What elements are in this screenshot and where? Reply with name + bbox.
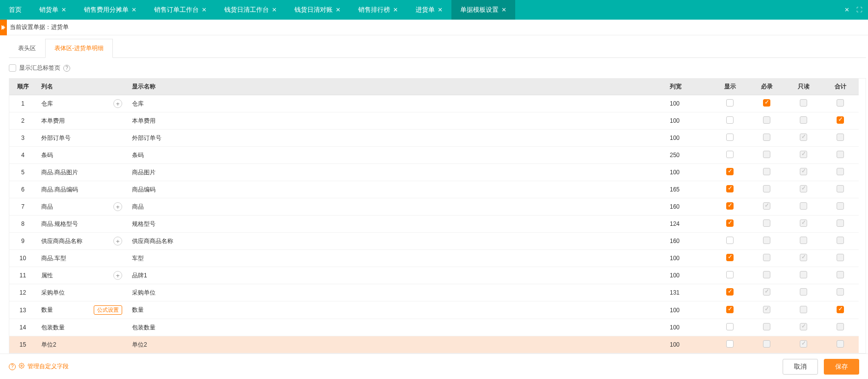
show-checkbox[interactable]	[726, 254, 734, 261]
cell-display-name[interactable]: 规格型号	[127, 216, 665, 233]
plus-icon[interactable]: +	[113, 202, 122, 211]
required-checkbox[interactable]	[763, 99, 770, 107]
show-checkbox[interactable]	[726, 185, 734, 192]
cancel-button[interactable]: 取消	[783, 359, 818, 375]
cell-display-name[interactable]: 数量	[127, 301, 665, 319]
cell-width[interactable]: 100	[665, 164, 711, 181]
top-tab[interactable]: 单据模板设置✕	[451, 0, 515, 20]
show-checkbox[interactable]	[726, 168, 734, 175]
total-checkbox[interactable]	[837, 116, 844, 124]
top-tab[interactable]: 销货单✕	[30, 0, 75, 20]
cell-width[interactable]: 100	[665, 301, 711, 319]
top-tab[interactable]: 销售排行榜✕	[349, 0, 407, 20]
cell-display-name[interactable]: 商品编码	[127, 181, 665, 198]
table-row[interactable]: 12采购单位采购单位131	[9, 284, 859, 301]
formula-badge[interactable]: 公式设置	[94, 305, 122, 315]
total-checkbox[interactable]	[837, 306, 844, 313]
table-row[interactable]: 6商品.商品编码商品编码165	[9, 181, 859, 198]
show-summary-checkbox[interactable]	[9, 64, 16, 72]
table-row[interactable]: 2本单费用本单费用100	[9, 112, 859, 130]
plus-icon[interactable]: +	[113, 99, 122, 108]
top-tab[interactable]: 销售订单工作台✕	[145, 0, 215, 20]
cell-width[interactable]: 100	[665, 336, 711, 353]
show-checkbox[interactable]	[726, 151, 734, 158]
cell-width[interactable]: 100	[665, 112, 711, 130]
show-checkbox[interactable]	[726, 99, 734, 107]
show-checkbox[interactable]	[726, 134, 734, 141]
cell-width[interactable]: 100	[665, 267, 711, 284]
cell-width[interactable]: 160	[665, 198, 711, 216]
close-icon[interactable]: ✕	[132, 6, 136, 13]
close-icon[interactable]: ✕	[393, 6, 398, 13]
show-checkbox[interactable]	[726, 202, 734, 210]
cell-display-name[interactable]: 采购单位	[127, 284, 665, 301]
top-tab[interactable]: 进货单✕	[407, 0, 451, 20]
cell-width[interactable]: 165	[665, 181, 711, 198]
close-icon[interactable]: ✕	[336, 6, 341, 13]
table-row[interactable]: 13数量公式设置数量100	[9, 301, 859, 319]
collapse-toggle[interactable]	[0, 20, 7, 35]
table-row[interactable]: 10商品.车型车型100	[9, 250, 859, 267]
show-checkbox[interactable]	[726, 306, 734, 313]
plus-icon[interactable]: +	[113, 237, 122, 245]
show-checkbox[interactable]	[726, 340, 734, 348]
table-row[interactable]: 11属性+品牌1100	[9, 267, 859, 284]
close-icon[interactable]: ✕	[438, 6, 443, 13]
table-row[interactable]: 1仓库+仓库100	[9, 95, 859, 112]
inner-tab[interactable]: 表体区-进货单明细	[45, 39, 113, 58]
fullscreen-icon[interactable]: ⛶	[856, 6, 862, 13]
table-row[interactable]: 7商品+商品160	[9, 198, 859, 216]
cell-width[interactable]: 131	[665, 284, 711, 301]
cell-readonly	[785, 112, 822, 130]
cell-width[interactable]: 100	[665, 130, 711, 147]
show-checkbox[interactable]	[726, 288, 734, 296]
table-row[interactable]: 9供应商商品名称+供应商商品名称160	[9, 233, 859, 250]
cell-display-name[interactable]: 本单费用	[127, 112, 665, 130]
help-icon[interactable]: ?	[63, 65, 70, 72]
cell-width[interactable]: 250	[665, 147, 711, 164]
table-row[interactable]: 5商品.商品图片商品图片100	[9, 164, 859, 181]
close-all-icon[interactable]: ✕	[844, 6, 849, 13]
top-tab[interactable]: 销售费用分摊单✕	[75, 0, 145, 20]
show-checkbox[interactable]	[726, 116, 734, 124]
cell-display-name[interactable]: 包装数量	[127, 319, 665, 336]
cell-width[interactable]: 124	[665, 216, 711, 233]
table-row[interactable]: 15单位2单位2100	[9, 336, 859, 353]
table-row[interactable]: 8商品.规格型号规格型号124	[9, 216, 859, 233]
help-icon[interactable]: ?	[9, 363, 16, 370]
cell-display-name[interactable]: 商品	[127, 198, 665, 216]
table-row[interactable]: 4条码条码250	[9, 147, 859, 164]
save-button[interactable]: 保存	[824, 359, 859, 375]
cell-display-name[interactable]: 商品图片	[127, 164, 665, 181]
cell-display-name[interactable]: 供应商商品名称	[127, 233, 665, 250]
show-checkbox[interactable]	[726, 237, 734, 244]
cell-display-name[interactable]: 品牌1	[127, 267, 665, 284]
cell-total	[822, 336, 859, 353]
cell-width[interactable]: 160	[665, 233, 711, 250]
top-tab[interactable]: 钱货日清工作台✕	[215, 0, 286, 20]
cell-display-name[interactable]: 外部订单号	[127, 130, 665, 147]
close-icon[interactable]: ✕	[272, 6, 277, 13]
close-icon[interactable]: ✕	[501, 6, 506, 13]
cell-display-name[interactable]: 单位2	[127, 336, 665, 353]
top-tab[interactable]: 首页	[0, 0, 30, 20]
cell-seq: 7	[9, 198, 36, 216]
cell-width[interactable]: 100	[665, 95, 711, 112]
table-header-row: 顺序 列名 显示名称 列宽 显示 必录 只读 合计	[9, 79, 859, 95]
close-icon[interactable]: ✕	[202, 6, 207, 13]
table-row[interactable]: 3外部订单号外部订单号100	[9, 130, 859, 147]
plus-icon[interactable]: +	[113, 271, 122, 280]
inner-tab[interactable]: 表头区	[9, 39, 45, 57]
table-row[interactable]: 14包装数量包装数量100	[9, 319, 859, 336]
cell-display-name[interactable]: 条码	[127, 147, 665, 164]
top-tab[interactable]: 钱货日清对账✕	[286, 0, 349, 20]
cell-width[interactable]: 100	[665, 319, 711, 336]
show-checkbox[interactable]	[726, 219, 734, 227]
show-checkbox[interactable]	[726, 323, 734, 330]
cell-width[interactable]: 100	[665, 250, 711, 267]
close-icon[interactable]: ✕	[61, 6, 66, 13]
manage-custom-fields-link[interactable]: 管理自定义字段	[27, 362, 69, 371]
cell-display-name[interactable]: 仓库	[127, 95, 665, 112]
show-checkbox[interactable]	[726, 271, 734, 278]
cell-display-name[interactable]: 车型	[127, 250, 665, 267]
